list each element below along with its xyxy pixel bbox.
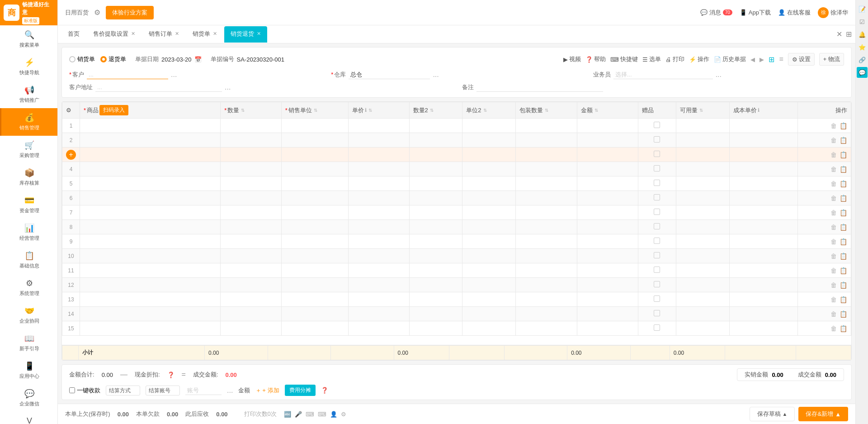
add-row-button[interactable]: + [66, 150, 76, 160]
save-new-button[interactable]: 保存&新增 ▲ [798, 407, 848, 421]
available-cell[interactable] [676, 263, 729, 278]
product-input-13[interactable] [84, 296, 217, 303]
product-input-2[interactable] [84, 137, 217, 143]
product-input-15[interactable] [84, 325, 217, 332]
remarks-input[interactable] [476, 83, 603, 92]
amount-cell[interactable] [577, 205, 638, 220]
qty2-cell[interactable] [409, 234, 462, 249]
qty-cell[interactable] [221, 191, 282, 205]
product-input-11[interactable] [84, 267, 217, 274]
unit2-cell[interactable] [462, 220, 516, 234]
sidebar-item-finance[interactable]: 💳 资金管理 [0, 191, 57, 219]
shortcut-btn[interactable]: ⌨ 快捷键 [610, 55, 638, 63]
qty2-cell[interactable] [409, 249, 462, 263]
sidebar-item-search-menu[interactable]: 🔍 搜索菜单 [0, 25, 57, 53]
history-btn[interactable]: 📄 历史单据 [714, 55, 746, 63]
pack-qty-cell[interactable] [516, 162, 577, 176]
address-more-icon[interactable]: ... [225, 83, 231, 91]
product-input-12[interactable] [84, 281, 217, 288]
copy-icon-6[interactable]: 📋 [840, 195, 847, 202]
sidebar-item-enterprise[interactable]: 🤝 企业协同 [0, 301, 57, 329]
gift-checkbox-5[interactable] [654, 180, 660, 186]
amount-cell[interactable] [577, 148, 638, 162]
amount-cell[interactable] [577, 263, 638, 278]
copy-icon-3[interactable]: 📋 [840, 151, 847, 158]
amount-cell[interactable] [577, 321, 638, 336]
expense-split-button[interactable]: 费用分摊 [285, 385, 316, 396]
tab-close-4[interactable]: ✕ [257, 31, 261, 37]
price-cell[interactable] [348, 119, 409, 133]
qty-cell[interactable] [221, 321, 282, 336]
amount-cell[interactable] [577, 307, 638, 321]
delete-icon-7[interactable]: 🗑 [830, 209, 837, 216]
qty-cell[interactable] [221, 205, 282, 220]
qty2-cell[interactable] [409, 191, 462, 205]
delete-icon-14[interactable]: 🗑 [830, 310, 837, 318]
settings-button[interactable]: ⚙ 设置 [788, 53, 815, 66]
print-btn[interactable]: 🖨 打印 [665, 55, 684, 63]
sidebar-item-app-center[interactable]: 📱 应用中心 [0, 357, 57, 384]
one-click-payment-checkbox[interactable]: 一键收款 [69, 386, 100, 395]
price-cell[interactable] [348, 133, 409, 148]
qty-cell[interactable] [221, 263, 282, 278]
delete-icon-4[interactable]: 🗑 [830, 166, 837, 173]
unit2-cell[interactable] [462, 176, 516, 191]
expense-help-icon[interactable]: ❓ [321, 387, 328, 394]
amount-cell[interactable] [577, 162, 638, 176]
copy-icon-8[interactable]: 📋 [840, 224, 847, 231]
qty-cell[interactable] [221, 307, 282, 321]
qty2-sort-icon[interactable]: ⇅ [430, 108, 434, 113]
product-cell[interactable] [80, 234, 221, 249]
copy-icon-7[interactable]: 📋 [840, 209, 847, 216]
copy-icon-5[interactable]: 📋 [840, 180, 847, 187]
available-cell[interactable] [676, 220, 729, 234]
sidebar-item-purchase[interactable]: 🛒 采购管理 [0, 136, 57, 163]
unit2-cell[interactable] [462, 278, 516, 292]
qty2-cell[interactable] [409, 263, 462, 278]
product-input-1[interactable] [84, 122, 217, 129]
price-info-icon[interactable]: ℹ [365, 107, 367, 113]
cost-price-cell[interactable] [729, 205, 797, 220]
qty2-cell[interactable] [409, 292, 462, 307]
qty-cell[interactable] [221, 119, 282, 133]
right-panel-chat[interactable]: 💬 [857, 67, 868, 78]
delete-icon-15[interactable]: 🗑 [830, 325, 837, 332]
cost-price-cell[interactable] [729, 220, 797, 234]
product-cell[interactable] [80, 205, 221, 220]
gift-checkbox-1[interactable] [654, 122, 660, 128]
sidebar-item-sales[interactable]: 💰 销售管理 [0, 108, 57, 136]
gift-checkbox-6[interactable] [654, 194, 660, 200]
sidebar-item-system[interactable]: ⚙ 系统管理 [0, 274, 57, 301]
available-cell[interactable] [676, 176, 729, 191]
unit2-cell[interactable] [462, 119, 516, 133]
available-cell[interactable] [676, 307, 729, 321]
available-cell[interactable] [676, 292, 729, 307]
pack-qty-cell[interactable] [516, 292, 577, 307]
product-cell[interactable] [80, 263, 221, 278]
delete-icon-13[interactable]: 🗑 [830, 296, 837, 303]
copy-icon-10[interactable]: 📋 [840, 252, 847, 260]
qty-cell[interactable] [221, 133, 282, 148]
trial-button[interactable]: 体验行业方案 [106, 6, 154, 19]
price-cell[interactable] [348, 307, 409, 321]
available-cell[interactable] [676, 205, 729, 220]
qty2-cell[interactable] [409, 278, 462, 292]
topbar-settings-icon[interactable]: ⚙ [94, 8, 100, 17]
unit-cell[interactable] [281, 263, 348, 278]
customer-input[interactable] [87, 70, 168, 79]
product-cell[interactable] [80, 321, 221, 336]
product-cell[interactable] [80, 292, 221, 307]
pack-qty-cell[interactable] [516, 133, 577, 148]
product-input-8[interactable] [84, 224, 217, 230]
amount-cell[interactable] [577, 234, 638, 249]
product-cell[interactable] [80, 176, 221, 191]
price-cell[interactable] [348, 176, 409, 191]
product-cell[interactable] [80, 220, 221, 234]
prev-record-icon[interactable]: ◀ [750, 56, 755, 63]
tab-4[interactable]: 销货退货✕ [224, 26, 267, 43]
copy-icon-11[interactable]: 📋 [840, 267, 847, 274]
unit2-cell[interactable] [462, 205, 516, 220]
tab-1[interactable]: 售价提取设置✕ [87, 26, 142, 43]
pack-qty-cell[interactable] [516, 119, 577, 133]
cost-price-cell[interactable] [729, 133, 797, 148]
